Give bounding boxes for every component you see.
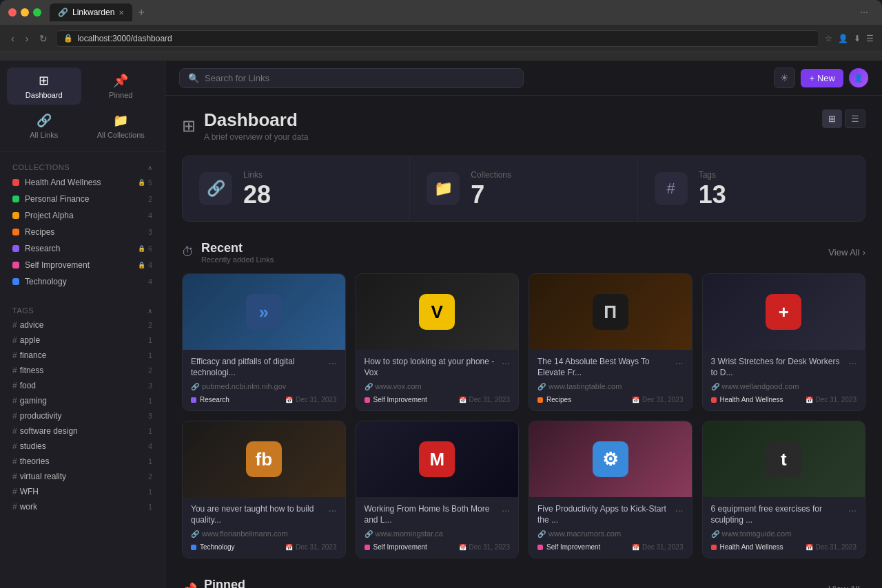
menu-icon[interactable]: ☰ (866, 34, 874, 43)
collection-count: 4 (148, 277, 152, 286)
date-text: Dec 31, 2023 (816, 543, 857, 551)
calendar-icon: 📅 (806, 544, 813, 551)
link-card[interactable]: ⚙ Five Productivity Apps to Kick-Start t… (529, 421, 693, 558)
refresh-button[interactable]: ↻ (37, 32, 50, 45)
tag-item-apple[interactable]: # apple 1 (7, 333, 158, 348)
extensions-icon[interactable]: ⬇ (854, 34, 861, 43)
maximize-window-button[interactable] (33, 8, 41, 17)
card-menu-icon[interactable]: ··· (502, 504, 510, 516)
collection-item-project-alpha[interactable]: Project Alpha 4 (7, 207, 158, 224)
tag-item-work[interactable]: # work 1 (7, 499, 158, 514)
theme-toggle-button[interactable]: ☀ (774, 67, 795, 88)
tag-name: gaming (20, 396, 47, 406)
sidebar-item-all-collections[interactable]: 📁 All Collections (84, 107, 158, 145)
minimize-window-button[interactable] (21, 8, 29, 17)
link-card[interactable]: M Working From Home Is Both More and L..… (356, 421, 520, 558)
tag-item-studies[interactable]: # studies 4 (7, 439, 158, 454)
date-text: Dec 31, 2023 (296, 543, 337, 551)
new-tab-button[interactable]: + (138, 6, 144, 19)
count-value: 2 (148, 195, 152, 203)
recent-view-all[interactable]: View All › (828, 247, 865, 258)
collections-section: Collections ∧ Health And Wellness 🔒 5 Pe… (0, 152, 165, 295)
user-avatar[interactable]: 👤 (849, 68, 868, 87)
tag-item-food[interactable]: # food 3 (7, 378, 158, 393)
link-card[interactable]: V How to stop looking at your phone - Vo… (356, 273, 520, 411)
card-thumbnail: + (703, 274, 865, 350)
card-menu-icon[interactable]: ··· (329, 504, 337, 516)
sidebar-item-pinned[interactable]: 📌 Pinned (84, 67, 158, 105)
tag-item-fitness[interactable]: # fitness 2 (7, 363, 158, 378)
tag-item-advice[interactable]: # advice 2 (7, 317, 158, 333)
stat-icon: 📁 (427, 172, 460, 205)
tag-count: 2 (148, 321, 152, 329)
card-url: 🔗 www.florianbellmann.com (191, 529, 337, 538)
grid-view-button[interactable]: ⊞ (822, 109, 842, 128)
link-card[interactable]: + 3 Wrist Stretches for Desk Workers to … (702, 273, 866, 411)
collection-color-dot (12, 212, 19, 219)
card-collection-tag: Research (191, 396, 229, 403)
card-menu-icon[interactable]: ··· (329, 357, 337, 369)
card-menu-icon[interactable]: ··· (675, 504, 684, 516)
tag-item-gaming[interactable]: # gaming 1 (7, 393, 158, 408)
tags-chevron-icon[interactable]: ∧ (147, 307, 153, 315)
list-view-button[interactable]: ☰ (845, 109, 865, 128)
active-tab[interactable]: 🔗 Linkwarden ✕ (50, 3, 132, 21)
collections-chevron-icon[interactable]: ∧ (147, 164, 153, 171)
tag-item-wfh[interactable]: # WFH 1 (7, 484, 158, 499)
tag-item-virtual-reality[interactable]: # virtual reality 2 (7, 469, 158, 484)
link-card[interactable]: Π The 14 Absolute Best Ways To Elevate F… (529, 273, 693, 411)
collection-item-health-and-wellness[interactable]: Health And Wellness 🔒 5 (7, 174, 158, 191)
card-body: 6 equipment free exercises for sculpting… (703, 497, 865, 558)
tab-close-button[interactable]: ✕ (119, 9, 124, 17)
card-menu-icon[interactable]: ··· (675, 357, 684, 369)
link-card[interactable]: t 6 equipment free exercises for sculpti… (702, 421, 866, 558)
collection-item-technology[interactable]: Technology 4 (7, 273, 158, 290)
card-menu-icon[interactable]: ··· (848, 357, 857, 369)
card-title: 3 Wrist Stretches for Desk Workers to D.… (711, 357, 857, 378)
pin-section-icon: 📌 (182, 582, 197, 588)
view-toggle: ⊞ ☰ (822, 109, 865, 128)
tag-item-productivity[interactable]: # productivity 3 (7, 408, 158, 423)
link-card[interactable]: fb You are never taught how to build qua… (182, 421, 346, 558)
tag-item-software-design[interactable]: # software design 1 (7, 423, 158, 439)
card-date: 📅 Dec 31, 2023 (632, 396, 684, 403)
search-box[interactable]: 🔍 (179, 68, 524, 88)
sidebar-nav: ⊞ Dashboard 📌 Pinned 🔗 All Links 📁 All C… (0, 61, 165, 152)
search-input[interactable] (205, 73, 515, 83)
thumbnail-overlay: t (703, 421, 865, 497)
pin-icon: 📌 (113, 73, 128, 88)
tags-header: Tags ∧ (7, 301, 158, 317)
recent-subtitle: Recently added Links (201, 255, 274, 264)
card-menu-icon[interactable]: ··· (502, 357, 510, 369)
collection-item-research[interactable]: Research 🔒 6 (7, 240, 158, 257)
profile-icon[interactable]: 👤 (838, 34, 848, 43)
tag-item-finance[interactable]: # finance 1 (7, 348, 158, 363)
collection-item-personal-finance[interactable]: Personal Finance 2 (7, 191, 158, 207)
forward-button[interactable]: › (23, 32, 32, 45)
title-bar: 🔗 Linkwarden ✕ + ⋯ (0, 0, 882, 25)
address-bar[interactable]: 🔒 localhost:3000/dashboard (56, 30, 819, 47)
collection-item-recipes[interactable]: Recipes 3 (7, 224, 158, 240)
count-value: 3 (148, 228, 152, 236)
link-icon: 🔗 (37, 113, 52, 128)
stat-value: 13 (699, 182, 726, 207)
sidebar-item-all-links[interactable]: 🔗 All Links (7, 107, 81, 145)
pinned-title-text: Pinned Your pinned Links (204, 578, 264, 588)
pinned-view-all[interactable]: View All › (828, 584, 865, 588)
link-card[interactable]: » Efficacy and pitfalls of digital techn… (182, 273, 346, 411)
card-menu-icon[interactable]: ··· (848, 504, 857, 516)
collection-item-self-improvement[interactable]: Self Improvement 🔒 4 (7, 257, 158, 273)
add-new-button[interactable]: + New (801, 69, 843, 87)
tag-item-theories[interactable]: # theories 1 (7, 454, 158, 469)
bookmark-icon[interactable]: ☆ (825, 34, 832, 43)
back-button[interactable]: ‹ (8, 32, 17, 45)
collection-name: Self Improvement (373, 396, 427, 403)
tag-left: # apple (12, 335, 40, 345)
card-title: How to stop looking at your phone - Vox … (365, 357, 511, 378)
card-footer: Health And Wellness 📅 Dec 31, 2023 (711, 396, 857, 403)
close-window-button[interactable] (8, 8, 17, 17)
collection-dot (711, 545, 717, 550)
sidebar-item-dashboard[interactable]: ⊞ Dashboard (7, 67, 81, 105)
hash-icon: # (12, 381, 17, 390)
url-text: www.morningstar.ca (376, 529, 443, 538)
